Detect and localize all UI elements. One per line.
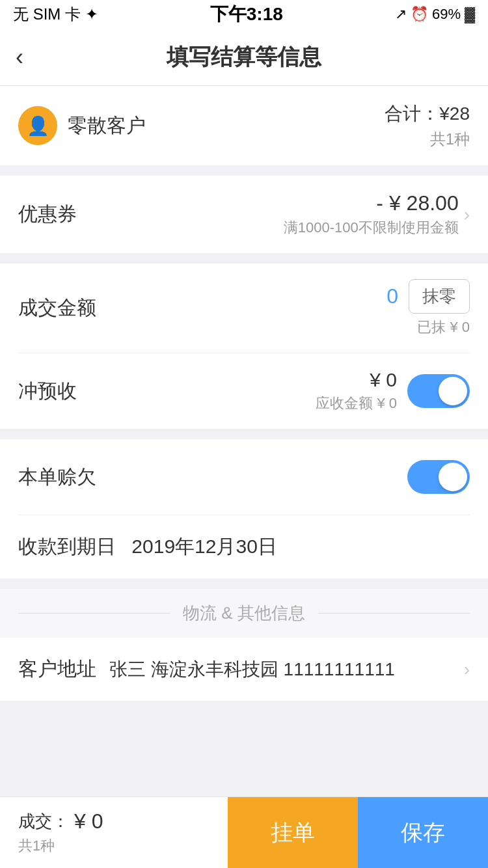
prepaid-label: 冲预收 (18, 378, 77, 405)
status-time: 下午3:18 (210, 2, 283, 27)
transaction-label: 成交金额 (18, 295, 96, 321)
transaction-sub: 已抹 ¥ 0 (417, 318, 470, 337)
prepaid-amount: ¥ 0 (316, 369, 397, 391)
round-button[interactable]: 抹零 (409, 279, 470, 314)
coupon-amount: - ¥ 28.00 (284, 191, 459, 215)
transaction-row: 成交金额 0 抹零 已抹 ¥ 0 (0, 264, 488, 353)
customer-avatar: 👤 (18, 106, 57, 145)
bottom-deal-amount: ¥ 0 (74, 809, 103, 834)
battery-icon: ▓ (465, 6, 475, 23)
logistics-header: 物流 & 其他信息 (0, 589, 488, 638)
address-chevron-icon: › (464, 659, 470, 680)
hang-label: 挂单 (271, 818, 315, 848)
bottom-info: 成交： ¥ 0 共1种 (0, 809, 228, 856)
bottom-bar: 成交： ¥ 0 共1种 挂单 保存 (0, 796, 488, 868)
address-section: 客户地址 张三 海淀永丰科技园 11111111111 › (0, 638, 488, 701)
customer-left: 👤 零散客户 (18, 106, 146, 145)
coupon-right: - ¥ 28.00 满1000-100不限制使用金额 › (284, 191, 470, 237)
location-icon: ↗ (395, 6, 407, 23)
customer-total: 合计：¥28 (385, 102, 470, 126)
duedate-row[interactable]: 收款到期日 2019年12月30日 (0, 515, 488, 578)
duedate-value: 2019年12月30日 (131, 536, 277, 557)
address-label: 客户地址 (18, 656, 96, 683)
status-left: 无 SIM 卡 ✦ (13, 4, 98, 25)
logistics-line-left (18, 613, 170, 614)
coupon-label: 优惠券 (18, 201, 77, 228)
alarm-icon: ⏰ (411, 6, 428, 23)
coupon-row[interactable]: 优惠券 - ¥ 28.00 满1000-100不限制使用金额 › (0, 176, 488, 253)
coupon-chevron-icon: › (464, 204, 470, 225)
credit-section: 本单赊欠 收款到期日 2019年12月30日 (0, 439, 488, 578)
save-label: 保存 (401, 818, 445, 848)
page-title: 填写结算等信息 (167, 42, 321, 72)
prepaid-toggle[interactable] (407, 374, 470, 408)
hang-button[interactable]: 挂单 (228, 797, 358, 869)
coupon-info: - ¥ 28.00 满1000-100不限制使用金额 (284, 191, 459, 237)
prepaid-right: ¥ 0 应收金额 ¥ 0 (316, 369, 397, 413)
status-right: ↗ ⏰ 69% ▓ (395, 6, 475, 23)
credit-label: 本单赊欠 (18, 464, 96, 491)
customer-name: 零散客户 (68, 113, 146, 139)
coupon-desc: 满1000-100不限制使用金额 (284, 218, 459, 237)
duedate-label: 收款到期日 (18, 536, 116, 557)
customer-right: 合计：¥28 共1种 (385, 102, 470, 150)
customer-row: 👤 零散客户 合计：¥28 共1种 (0, 86, 488, 165)
customer-count: 共1种 (385, 129, 470, 150)
prepaid-row: 冲预收 ¥ 0 应收金额 ¥ 0 (0, 353, 488, 429)
bottom-deal: 成交： ¥ 0 (18, 809, 210, 834)
bottom-count: 共1种 (18, 836, 210, 856)
credit-row: 本单赊欠 (0, 439, 488, 515)
sim-status: 无 SIM 卡 ✦ (13, 4, 98, 25)
address-row[interactable]: 客户地址 张三 海淀永丰科技园 11111111111 › (0, 638, 488, 701)
logistics-text: 物流 & 其他信息 (170, 602, 318, 625)
nav-bar: ‹ 填写结算等信息 (0, 29, 488, 86)
coupon-section: 优惠券 - ¥ 28.00 满1000-100不限制使用金额 › (0, 176, 488, 253)
credit-toggle[interactable] (407, 460, 470, 494)
customer-section: 👤 零散客户 合计：¥28 共1种 (0, 86, 488, 165)
status-bar: 无 SIM 卡 ✦ 下午3:18 ↗ ⏰ 69% ▓ (0, 0, 488, 29)
transaction-amount[interactable]: 0 (372, 284, 398, 308)
logistics-line-right (318, 613, 470, 614)
transaction-section: 成交金额 0 抹零 已抹 ¥ 0 冲预收 ¥ 0 应收金额 ¥ 0 (0, 264, 488, 429)
bottom-deal-label: 成交： (18, 810, 69, 833)
address-value: 张三 海淀永丰科技园 11111111111 (109, 657, 464, 682)
back-button[interactable]: ‹ (16, 44, 23, 71)
prepaid-sub: 应收金额 ¥ 0 (316, 394, 397, 413)
avatar-icon: 👤 (27, 115, 49, 137)
battery-status: 69% (432, 6, 461, 23)
content: 👤 零散客户 合计：¥28 共1种 优惠券 - ¥ 28.00 满1000-10… (0, 86, 488, 789)
save-button[interactable]: 保存 (358, 797, 488, 869)
